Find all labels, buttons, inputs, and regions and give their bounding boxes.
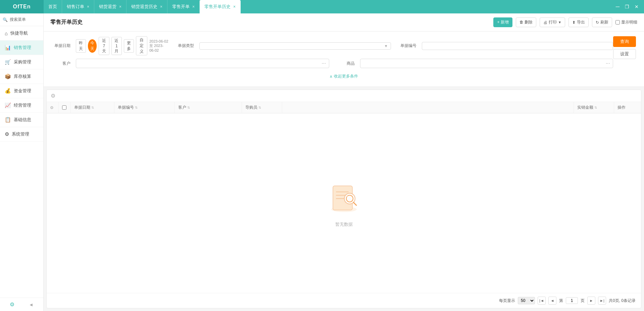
doc-type-select[interactable]: ▼ xyxy=(199,42,391,50)
query-actions: 查询 设置 xyxy=(613,36,637,59)
sidebar-icon-quick-nav: ⌂ xyxy=(5,31,8,36)
col-label-actions: 操作 xyxy=(617,105,626,110)
delete-button[interactable]: 🗑 删除 xyxy=(516,17,536,27)
sidebar-item-operation[interactable]: 📈经营管理 xyxy=(0,98,43,113)
prev-page-btn[interactable]: ◄ xyxy=(548,297,556,305)
sidebar-bottom: ⚙ ◄ xyxy=(0,298,43,311)
tab-sales-return-history[interactable]: 销货退货历史× xyxy=(127,0,167,13)
sidebar-item-inventory[interactable]: 📦库存核算 xyxy=(0,69,43,84)
top-bar: OfTEn 首页销售订单×销货退货×销货退货历史×零售开单×零售开单历史× ─ … xyxy=(0,0,644,13)
th-date[interactable]: 单据日期⇅ xyxy=(71,102,114,113)
tab-close-sales-return-history[interactable]: × xyxy=(160,4,162,9)
sidebar-item-basic-info[interactable]: 📋基础信息 xyxy=(0,113,43,127)
sort-icon-guide[interactable]: ⇅ xyxy=(258,106,261,109)
tab-close-retail-open-history[interactable]: × xyxy=(233,4,236,9)
sidebar-icon-finance: 💰 xyxy=(5,88,11,94)
col-label-customer: 客户 xyxy=(178,105,186,110)
next-page-btn[interactable]: ► xyxy=(587,297,595,305)
date-today-btn[interactable]: 今天 xyxy=(88,39,97,53)
tab-close-retail-open[interactable]: × xyxy=(192,4,195,9)
sort-icon-date[interactable]: ⇅ xyxy=(91,106,94,109)
tab-close-sales-return[interactable]: × xyxy=(119,4,121,9)
customer-dots[interactable]: ··· xyxy=(321,60,326,66)
collapse-sidebar-icon[interactable]: ◄ xyxy=(29,302,34,307)
setting-button[interactable]: 设置 xyxy=(613,49,636,59)
date-custom-btn[interactable]: 自定义 xyxy=(136,36,147,55)
date-yesterday-btn[interactable]: 昨天 xyxy=(76,39,86,53)
sort-icon-customer[interactable]: ⇅ xyxy=(187,106,190,109)
sidebar-item-sales-mgmt[interactable]: 📊销售管理 xyxy=(0,41,43,55)
th-no[interactable]: 单据编号⇅ xyxy=(114,102,175,113)
per-page-select[interactable]: 50 100 200 xyxy=(518,297,535,304)
tabs-container: 首页销售订单×销货退货×销货退货历史×零售开单×零售开单历史× xyxy=(44,0,241,13)
minimize-icon[interactable]: ─ xyxy=(616,4,620,10)
empty-illustration xyxy=(326,179,362,216)
print-button[interactable]: 🖨 打印 ▼ xyxy=(540,17,565,27)
collapse-icon: ∧ xyxy=(330,74,333,79)
page-number-input[interactable] xyxy=(566,297,578,304)
last-page-btn[interactable]: ►| xyxy=(598,297,606,305)
query-button[interactable]: 查询 xyxy=(613,36,636,47)
sort-icon-no[interactable]: ⇅ xyxy=(135,106,138,109)
tab-close-sales-order[interactable]: × xyxy=(87,4,89,9)
th-spacer xyxy=(282,102,574,113)
tab-sales-return[interactable]: 销货退货× xyxy=(94,0,127,13)
sidebar-search[interactable]: 🔍 搜索菜单 xyxy=(0,13,43,26)
goods-label: 商品 xyxy=(335,61,355,66)
sidebar-label-quick-nav: 快捷导航 xyxy=(10,30,28,36)
page-header: 零售开单历史 + 新增 🗑 删除 🖨 打印 ▼ ⬆ 导出 ↻ 刷新 xyxy=(44,13,644,32)
display-detail-checkbox[interactable] xyxy=(615,20,620,24)
display-detail-label: 显示明细 xyxy=(621,19,637,25)
sidebar-item-system[interactable]: ⚙系统管理 xyxy=(0,127,43,142)
tab-label: 销售订单 xyxy=(67,4,84,10)
sidebar-item-purchase-mgmt[interactable]: 🛒采购管理 xyxy=(0,55,43,69)
sidebar-item-finance[interactable]: 💰资金管理 xyxy=(0,84,43,98)
date-range-display: 2023-06-02 至 2023-06-02 xyxy=(149,39,168,52)
restore-icon[interactable]: ❐ xyxy=(625,4,629,9)
collapse-btn[interactable]: ∧ 收起更多条件 xyxy=(326,72,361,81)
settings-icon[interactable]: ⚙ xyxy=(10,301,14,308)
th-amount[interactable]: 实销金额⇅ xyxy=(574,102,614,113)
table-settings-icon[interactable]: ⚙ xyxy=(51,93,55,99)
logo-text: OfTEn xyxy=(13,4,31,10)
date-1month-btn[interactable]: 近1月 xyxy=(111,37,122,55)
sidebar-item-quick-nav[interactable]: ⌂快捷导航 xyxy=(0,26,43,41)
sidebar-icon-inventory: 📦 xyxy=(5,73,11,80)
customer-label: 客户 xyxy=(50,61,70,66)
total-label: 共0页, 0条记录 xyxy=(609,298,636,304)
sort-icon-amount[interactable]: ⇅ xyxy=(594,106,597,109)
per-page-label: 每页显示 xyxy=(499,298,515,304)
goods-select[interactable]: ··· xyxy=(360,59,613,68)
collapse-label: 收起更多条件 xyxy=(334,73,358,79)
select-all-checkbox[interactable] xyxy=(62,105,66,110)
close-icon[interactable]: ✕ xyxy=(635,4,639,9)
display-detail-checkbox-label[interactable]: 显示明细 xyxy=(615,19,637,25)
add-button[interactable]: + 新增 xyxy=(493,17,512,27)
tab-home[interactable]: 首页 xyxy=(44,0,62,13)
refresh-button[interactable]: ↻ 刷新 xyxy=(592,17,612,27)
sidebar-label-system: 系统管理 xyxy=(12,131,29,137)
th-customer[interactable]: 客户⇅ xyxy=(175,102,242,113)
tab-sales-order[interactable]: 销售订单× xyxy=(62,0,94,13)
customer-select[interactable]: ··· xyxy=(76,59,329,68)
th-guide[interactable]: 导购员⇅ xyxy=(242,102,282,113)
tab-retail-open[interactable]: 零售开单× xyxy=(167,0,200,13)
export-button[interactable]: ⬆ 导出 xyxy=(568,17,589,27)
col-label-amount: 实销金额 xyxy=(577,105,593,110)
doc-no-input[interactable] xyxy=(422,42,613,50)
first-page-btn[interactable]: |◄ xyxy=(538,297,546,305)
th-actions: 操作 xyxy=(614,102,641,113)
sidebar-icon-sales-mgmt: 📊 xyxy=(5,45,11,51)
goods-dots[interactable]: ··· xyxy=(606,60,610,66)
toolbar-actions: + 新增 🗑 删除 🖨 打印 ▼ ⬆ 导出 ↻ 刷新 显示明细 xyxy=(493,17,637,27)
window-controls: ─ ❐ ✕ xyxy=(616,4,639,10)
di-label: 第 xyxy=(559,298,563,304)
page-label: 页 xyxy=(581,298,585,304)
sidebar-icon-basic-info: 📋 xyxy=(5,117,11,123)
tab-retail-open-history[interactable]: 零售开单历史× xyxy=(200,0,241,13)
table-header: ⚙单据日期⇅单据编号⇅客户⇅导购员⇅实销金额⇅操作 xyxy=(47,102,641,113)
date-more-btn[interactable]: 更多 xyxy=(124,39,134,53)
date-7days-btn[interactable]: 近7天 xyxy=(99,37,109,55)
col-settings-icon[interactable]: ⚙ xyxy=(50,105,54,110)
doc-type-dropdown-icon: ▼ xyxy=(384,44,388,48)
